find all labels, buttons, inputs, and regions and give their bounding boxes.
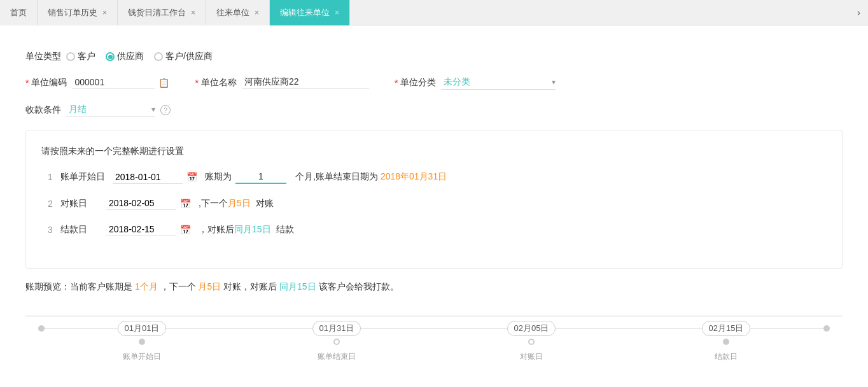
- row-desc-2a: ,下一个: [199, 198, 228, 209]
- unit-code-label: 单位编码: [31, 77, 67, 88]
- timeline-point-4: 02月15日 结款日: [702, 321, 751, 362]
- timeline-label-3: 对账日: [520, 351, 543, 362]
- timeline-spacer-3: [556, 328, 701, 328]
- preview-text: 账期预览：当前客户账期是 1个月 ，下一个 月5日 对账，对账后 同月15日 该…: [25, 281, 843, 293]
- unit-category-field: * 单位分类 未分类 ▾: [395, 75, 556, 90]
- settings-box: 请按照未来的一个完整帐期进行设置 1 账单开始日 📅 账期为 个月,账单结束日期…: [25, 130, 843, 269]
- preview-section: 账期预览：当前客户账期是 1个月 ，下一个 月5日 对账，对账后 同月15日 该…: [25, 281, 843, 381]
- payment-terms-arrow-icon: ▾: [151, 105, 155, 114]
- radio-circle-supplier: [106, 52, 115, 61]
- unit-category-value: 未分类: [441, 75, 549, 89]
- unit-name-required: *: [195, 78, 198, 88]
- radio-customer[interactable]: 客户: [66, 51, 95, 62]
- unit-category-arrow-icon: ▾: [552, 78, 556, 87]
- unit-code-input[interactable]: [72, 76, 155, 89]
- tab-close-edit-partner[interactable]: ×: [335, 8, 339, 17]
- unit-code-required: *: [25, 78, 29, 88]
- preview-label: 账期预览：当前客户账期是: [25, 281, 132, 292]
- timeline-point-1: 01月01日 账单开始日: [118, 321, 167, 362]
- row-desc-3a: ，对账后: [199, 224, 234, 236]
- unit-type-label: 单位类型: [25, 51, 61, 62]
- tab-home[interactable]: 首页: [0, 0, 38, 25]
- payment-terms-field: 收款条件 月结 ▾ ?: [25, 102, 171, 117]
- timeline-badge-3: 02月05日: [507, 321, 556, 336]
- timeline-badge-2: 01月31日: [312, 321, 361, 336]
- payment-terms-value: 月结: [66, 102, 149, 116]
- timeline-dot-2: [333, 339, 340, 345]
- row-label-2: 对账日: [60, 198, 99, 209]
- settings-title: 请按照未来的一个完整帐期进行设置: [41, 146, 827, 157]
- preview-part4: 对账，对账后: [223, 281, 277, 292]
- payment-date-calendar-icon[interactable]: 📅: [180, 225, 191, 235]
- unit-name-field: * 单位名称: [195, 76, 368, 89]
- preview-part2: ，下一个: [160, 281, 196, 292]
- timeline-label-1: 账单开始日: [123, 351, 161, 362]
- timeline-badge-4: 02月15日: [702, 321, 751, 336]
- unit-name-input[interactable]: [242, 76, 369, 89]
- timeline-spacer-4: [750, 328, 823, 328]
- timeline-point-3: 02月05日 对账日: [507, 321, 556, 362]
- payment-date-input[interactable]: [106, 223, 176, 236]
- row-desc-3b: 结款: [276, 224, 294, 236]
- radio-supplier-label: 供应商: [117, 51, 144, 62]
- radio-circle-customer: [66, 52, 75, 61]
- settings-row-3: 3 结款日 📅 ，对账后 同月15日 结款: [41, 223, 827, 236]
- row-desc-1a: 账期为: [205, 171, 232, 183]
- row-label-1: 账单开始日: [60, 171, 105, 183]
- start-date-input[interactable]: [113, 171, 183, 184]
- copy-icon[interactable]: 📋: [158, 78, 169, 88]
- unit-type-row: 单位类型 客户 供应商 客户/供应商: [25, 51, 843, 62]
- preview-period: 1个月: [135, 281, 158, 292]
- unit-category-required: *: [395, 78, 398, 88]
- reconcile-date-calendar-icon[interactable]: 📅: [180, 199, 191, 209]
- radio-both-label: 客户/供应商: [165, 51, 213, 62]
- timeline-dot-1: [139, 339, 145, 345]
- radio-supplier[interactable]: 供应商: [106, 51, 144, 62]
- end-date-highlight: 2018年01月31日: [381, 171, 447, 183]
- timeline-right-dot: [823, 325, 830, 332]
- timeline-label-4: 结款日: [715, 351, 738, 362]
- row-number-1: 1: [48, 172, 60, 182]
- tab-close-cash-work[interactable]: ×: [191, 8, 195, 17]
- payment-highlight: 同月15日: [234, 224, 271, 236]
- row-label-3: 结款日: [60, 224, 99, 236]
- timeline-spacer-0: [45, 328, 118, 328]
- tab-close-sales-history[interactable]: ×: [102, 8, 107, 17]
- period-input[interactable]: [235, 170, 286, 184]
- row-desc-1b: 个月,账单结束日期为: [295, 171, 378, 183]
- radio-circle-both: [154, 52, 163, 61]
- unit-category-select[interactable]: 未分类 ▾: [441, 75, 556, 90]
- tab-cash-work[interactable]: 钱货日清工作台 ×: [118, 0, 206, 25]
- payment-terms-label: 收款条件: [25, 104, 61, 116]
- reconcile-date-input[interactable]: [106, 197, 176, 210]
- settings-row-1: 1 账单开始日 📅 账期为 个月,账单结束日期为 2018年01月31日: [41, 170, 827, 184]
- tabs-more-button[interactable]: ›: [850, 7, 868, 18]
- timeline-spacer-2: [361, 328, 507, 328]
- tab-close-partner-units[interactable]: ×: [255, 8, 259, 17]
- preview-payment-day: 同月15日: [279, 281, 316, 292]
- tab-partner-units[interactable]: 往来单位 ×: [206, 0, 270, 25]
- row-number-3: 3: [48, 225, 60, 235]
- help-icon[interactable]: ?: [160, 105, 171, 115]
- payment-terms-select[interactable]: 月结 ▾: [66, 102, 155, 117]
- row-number-2: 2: [48, 199, 60, 209]
- timeline-point-2: 01月31日 账单结束日: [312, 321, 361, 362]
- tab-edit-partner[interactable]: 编辑往来单位 ×: [270, 0, 350, 25]
- reconcile-highlight: 月5日: [228, 198, 251, 209]
- timeline-left-dot: [38, 325, 45, 332]
- settings-row-2: 2 对账日 📅 ,下一个 月5日 对账: [41, 197, 827, 210]
- unit-type-field: 单位类型 客户 供应商 客户/供应商: [25, 51, 213, 62]
- unit-name-label: 单位名称: [201, 77, 237, 88]
- timeline-badge-1: 01月01日: [118, 321, 167, 336]
- tabs-bar: 首页 销售订单历史 × 钱货日清工作台 × 往来单位 × 编辑往来单位 × ›: [0, 0, 868, 25]
- timeline-spacer-1: [166, 328, 312, 328]
- unit-type-radio-group: 客户 供应商 客户/供应商: [66, 51, 213, 62]
- start-date-calendar-icon[interactable]: 📅: [186, 172, 197, 182]
- radio-both[interactable]: 客户/供应商: [154, 51, 213, 62]
- payment-terms-row: 收款条件 月结 ▾ ?: [25, 102, 843, 117]
- timeline-dot-4: [723, 339, 729, 345]
- main-content: 单位类型 客户 供应商 客户/供应商 * 单位编码: [0, 25, 868, 387]
- timeline: 01月01日 账单开始日 01月31日 账单结束日: [38, 308, 830, 369]
- row-desc-2b: 对账: [256, 198, 274, 209]
- tab-sales-history[interactable]: 销售订单历史 ×: [38, 0, 118, 25]
